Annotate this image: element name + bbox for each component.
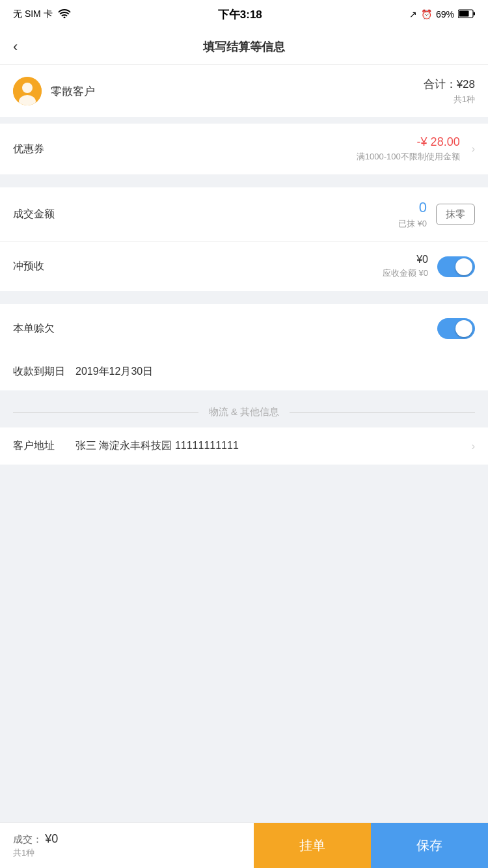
logistics-line-left bbox=[13, 412, 198, 413]
debit-label: 本单赊欠 bbox=[13, 322, 65, 336]
due-date-value: 2019年12月30日 bbox=[75, 365, 153, 379]
empty-space bbox=[0, 471, 488, 601]
advance-label: 冲预收 bbox=[13, 260, 65, 273]
address-section: 客户地址 张三 海淀永丰科技园 11111111111 › bbox=[0, 427, 488, 465]
content: 零散客户 合计：¥28 共1种 优惠券 -¥ 28.00 满1000-100不限… bbox=[0, 65, 488, 601]
coupon-row[interactable]: 优惠券 -¥ 28.00 满1000-100不限制使用金额 › bbox=[0, 124, 488, 174]
logistics-header: 物流 & 其他信息 bbox=[0, 397, 488, 427]
address-value: 张三 海淀永丰科技园 11111111111 bbox=[75, 439, 469, 453]
customer-name: 零散客户 bbox=[51, 84, 95, 99]
coupon-label: 优惠券 bbox=[13, 142, 65, 156]
hold-button[interactable]: 挂单 bbox=[254, 823, 371, 868]
round-off-button[interactable]: 抹零 bbox=[436, 204, 475, 225]
bottom-transaction-label: 成交： ¥0 bbox=[13, 832, 241, 846]
address-label: 客户地址 bbox=[13, 439, 65, 453]
address-chevron-icon: › bbox=[472, 441, 475, 452]
nav-bar: ‹ 填写结算等信息 bbox=[0, 29, 488, 65]
bottom-transaction-amount: ¥0 bbox=[45, 832, 58, 845]
transaction-right: 0 已抹 ¥0 抹零 bbox=[398, 199, 475, 230]
coupon-hint: 满1000-100不限制使用金额 bbox=[357, 151, 460, 163]
status-left: 无 SIM 卡 bbox=[13, 8, 71, 20]
due-date-label: 收款到期日 bbox=[13, 365, 65, 379]
transaction-sub: 0 已抹 ¥0 bbox=[398, 199, 427, 230]
transaction-value: 0 bbox=[398, 199, 427, 216]
advance-toggle[interactable] bbox=[437, 256, 475, 277]
debit-toggle[interactable] bbox=[437, 318, 475, 339]
transaction-label: 成交金额 bbox=[13, 208, 65, 221]
coupon-section: 优惠券 -¥ 28.00 满1000-100不限制使用金额 › bbox=[0, 124, 488, 174]
debit-row: 本单赊欠 bbox=[0, 304, 488, 353]
logistics-title: 物流 & 其他信息 bbox=[198, 406, 290, 418]
sim-status: 无 SIM 卡 bbox=[13, 8, 53, 20]
coupon-chevron-icon: › bbox=[472, 143, 475, 155]
transaction-row: 成交金额 0 已抹 ¥0 抹零 bbox=[0, 187, 488, 242]
bottom-info: 成交： ¥0 共1种 bbox=[0, 832, 254, 859]
customer-section: 零散客户 合计：¥28 共1种 bbox=[0, 65, 488, 117]
customer-avatar bbox=[13, 77, 42, 105]
coupon-discount: -¥ 28.00 bbox=[357, 135, 460, 149]
save-button[interactable]: 保存 bbox=[371, 823, 488, 868]
battery-percent: 69% bbox=[436, 9, 454, 20]
coupon-sub: -¥ 28.00 满1000-100不限制使用金额 bbox=[357, 135, 460, 163]
customer-total: 合计：¥28 bbox=[424, 77, 475, 92]
bottom-actions: 挂单 保存 bbox=[254, 823, 488, 868]
transaction-section: 成交金额 0 已抹 ¥0 抹零 冲预收 ¥0 应收金额 ¥0 bbox=[0, 187, 488, 291]
customer-count: 共1种 bbox=[424, 94, 475, 105]
page-title: 填写结算等信息 bbox=[203, 39, 285, 55]
svg-rect-2 bbox=[459, 10, 468, 16]
divider-1 bbox=[0, 181, 488, 187]
coupon-right: -¥ 28.00 满1000-100不限制使用金额 › bbox=[357, 135, 475, 163]
advance-row: 冲预收 ¥0 应收金额 ¥0 bbox=[0, 242, 488, 291]
address-row[interactable]: 客户地址 张三 海淀永丰科技园 11111111111 › bbox=[0, 427, 488, 465]
battery-icon bbox=[458, 9, 475, 20]
svg-point-4 bbox=[22, 83, 33, 93]
back-button[interactable]: ‹ bbox=[8, 33, 23, 61]
bottom-bar: 成交： ¥0 共1种 挂单 保存 bbox=[0, 822, 488, 868]
location-icon: ↗ bbox=[409, 9, 417, 20]
status-time: 下午3:18 bbox=[218, 7, 262, 22]
status-right: ↗ ⏰ 69% bbox=[409, 9, 475, 20]
svg-rect-1 bbox=[473, 12, 475, 15]
advance-amount: ¥0 bbox=[383, 254, 428, 265]
due-date-row: 收款到期日 2019年12月30日 bbox=[0, 353, 488, 390]
customer-right: 合计：¥28 共1种 bbox=[424, 77, 475, 105]
bottom-count: 共1种 bbox=[13, 847, 241, 859]
wifi-icon bbox=[58, 9, 71, 20]
alarm-icon: ⏰ bbox=[421, 9, 432, 20]
advance-right: ¥0 应收金额 ¥0 bbox=[383, 254, 475, 279]
advance-sub: ¥0 应收金额 ¥0 bbox=[383, 254, 428, 279]
status-bar: 无 SIM 卡 下午3:18 ↗ ⏰ 69% bbox=[0, 0, 488, 29]
customer-left: 零散客户 bbox=[13, 77, 95, 105]
advance-receivable: 应收金额 ¥0 bbox=[383, 267, 428, 279]
logistics-line-right bbox=[290, 412, 475, 413]
customer-row: 零散客户 合计：¥28 共1种 bbox=[0, 65, 488, 117]
divider-2 bbox=[0, 297, 488, 304]
debit-section: 本单赊欠 收款到期日 2019年12月30日 bbox=[0, 304, 488, 390]
transaction-deducted: 已抹 ¥0 bbox=[398, 218, 427, 230]
